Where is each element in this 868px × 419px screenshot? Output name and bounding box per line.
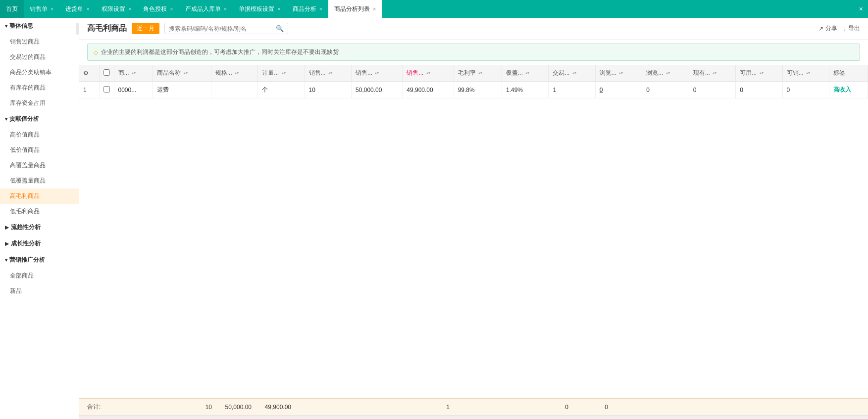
sort-saleable-icon[interactable]: ▴▾ xyxy=(806,71,810,75)
bottom-scrollbar[interactable] xyxy=(79,415,868,419)
sort-sales-profit-icon[interactable]: ▴▾ xyxy=(426,71,430,75)
sidebar-group-trend-analysis[interactable]: ▶ 流趋性分析 xyxy=(0,219,79,235)
sort-available-icon[interactable]: ▴▾ xyxy=(760,71,764,75)
sidebar-item-high-margin-goods[interactable]: 高毛利商品 xyxy=(0,188,79,204)
sort-coverage-icon[interactable]: ▴▾ xyxy=(525,71,529,75)
sort-sales-qty-icon[interactable]: ▴▾ xyxy=(328,71,332,75)
cell-unit: 个 xyxy=(258,82,305,98)
sidebar-item-stock-fund[interactable]: 库存资金占用 xyxy=(0,95,79,111)
sidebar-item-high-freq-goods[interactable]: 高覆盖量商品 xyxy=(0,158,79,173)
nav-tab-order-template[interactable]: 单据模板设置 × xyxy=(233,0,286,18)
row-checkbox[interactable] xyxy=(103,86,110,93)
col-tag[interactable]: 标签 xyxy=(829,65,868,82)
col-unit[interactable]: 计量... ▴▾ xyxy=(258,65,305,82)
footer-label: 合计: xyxy=(87,403,107,411)
sidebar-item-low-value-goods[interactable]: 低价值商品 xyxy=(0,142,79,158)
sort-goods-code-icon[interactable]: ▴▾ xyxy=(132,71,136,75)
col-goods-name[interactable]: 商品名称 ▴▾ xyxy=(153,65,211,82)
sidebar-item-traded-goods[interactable]: 交易过的商品 xyxy=(0,49,79,65)
col-sales-profit[interactable]: 销售... ▴▾ xyxy=(403,65,454,82)
export-button[interactable]: ↓ 导出 xyxy=(843,24,860,33)
col-browse1[interactable]: 浏览... ▴▾ xyxy=(595,65,642,82)
col-row-num: ⚙ xyxy=(79,65,99,82)
cell-sales-amount: 50,000.00 xyxy=(352,82,403,98)
sidebar-group-growth-analysis[interactable]: ▶ 成长性分析 xyxy=(0,235,79,252)
sidebar-group-marketing-analysis[interactable]: ▾ 营销推广分析 xyxy=(0,252,79,268)
sidebar-item-low-margin-goods[interactable]: 低毛利商品 xyxy=(0,204,79,219)
search-icon[interactable]: 🔍 xyxy=(276,25,284,32)
nav-tab-sales-order[interactable]: 销售单 × xyxy=(24,0,59,18)
col-margin-rate[interactable]: 毛利率 ▴▾ xyxy=(454,65,502,82)
nav-tab-purchase-order[interactable]: 进货单 × xyxy=(59,0,95,18)
close-all-button[interactable]: × xyxy=(859,5,868,13)
close-purchase-order-icon[interactable]: × xyxy=(86,6,89,12)
sort-spec-icon[interactable]: ▴▾ xyxy=(235,71,239,75)
sidebar-item-high-value-goods[interactable]: 高价值商品 xyxy=(0,127,79,142)
cell-coverage: 1.49% xyxy=(502,82,548,98)
sort-browse1-icon[interactable]: ▴▾ xyxy=(619,71,623,75)
cell-browse1[interactable]: 0 xyxy=(595,82,642,98)
close-product-entry-icon[interactable]: × xyxy=(224,6,227,12)
sort-transaction-icon[interactable]: ▴▾ xyxy=(572,71,576,75)
col-saleable[interactable]: 可销... ▴▾ xyxy=(782,65,829,82)
close-order-template-icon[interactable]: × xyxy=(277,6,280,12)
nav-tab-role-permission[interactable]: 角色授权 × xyxy=(137,0,179,18)
col-sales-qty[interactable]: 销售... ▴▾ xyxy=(305,65,351,82)
sidebar-group-overall-info[interactable]: ▾ 整体信息 xyxy=(0,18,79,34)
sort-unit-icon[interactable]: ▴▾ xyxy=(282,71,286,75)
sidebar-item-in-stock-goods[interactable]: 有库存的商品 xyxy=(0,80,79,95)
close-permission-icon[interactable]: × xyxy=(128,6,131,12)
nav-tab-permission-settings[interactable]: 权限设置 × xyxy=(96,0,137,18)
nav-tab-product-analysis[interactable]: 商品分析 × xyxy=(287,0,328,18)
sidebar-item-all-goods[interactable]: 全部商品 xyxy=(0,268,79,283)
footer-cell-spacer2 xyxy=(454,404,533,411)
sidebar-group-financial-analysis[interactable]: ▾ 贡献值分析 xyxy=(0,111,79,127)
sidebar-item-sales-goods[interactable]: 销售过商品 xyxy=(0,34,79,49)
nav-tab-product-analysis-list[interactable]: 商品分析列表 × xyxy=(328,0,382,18)
cell-row-num: 1 xyxy=(79,82,99,98)
settings-col-icon[interactable]: ⚙ xyxy=(83,70,89,77)
sidebar-item-goods-contrib-rate[interactable]: 商品分类助销率 xyxy=(0,65,79,80)
col-available[interactable]: 可用... ▴▾ xyxy=(736,65,782,82)
cell-browse2: 0 xyxy=(642,82,689,98)
top-nav: 首页 销售单 × 进货单 × 权限设置 × 角色授权 × 产成品入库单 × 单据… xyxy=(0,0,868,18)
close-product-analysis-list-icon[interactable]: × xyxy=(373,6,376,12)
cell-tag: 高收入 xyxy=(829,82,868,98)
cell-goods-code[interactable]: 0000... xyxy=(114,82,153,98)
col-spec[interactable]: 规格... ▴▾ xyxy=(211,65,257,82)
col-goods-code[interactable]: 商... ▴▾ xyxy=(114,65,153,82)
select-all-checkbox[interactable] xyxy=(103,69,110,76)
col-coverage[interactable]: 覆盖... ▴▾ xyxy=(502,65,548,82)
footer-cell-current-stock: 0 xyxy=(533,404,572,411)
sort-current-stock-icon[interactable]: ▴▾ xyxy=(713,71,716,75)
sort-browse2-icon[interactable]: ▴▾ xyxy=(666,71,670,75)
sort-goods-name-icon[interactable]: ▴▾ xyxy=(184,71,188,75)
footer-cell-sales-qty: 10 xyxy=(117,404,216,411)
sidebar-item-new-goods[interactable]: 新品 xyxy=(0,283,79,299)
footer-cell-saleable: 0 xyxy=(572,404,612,411)
cell-current-stock: 0 xyxy=(689,82,735,98)
sort-sales-amount-icon[interactable]: ▴▾ xyxy=(375,71,379,75)
nav-tab-home[interactable]: 首页 xyxy=(0,0,24,18)
arrow-marketing-analysis-icon: ▾ xyxy=(5,257,7,263)
nav-tab-product-entry[interactable]: 产成品入库单 × xyxy=(179,0,233,18)
col-sales-amount[interactable]: 销售... ▴▾ xyxy=(352,65,403,82)
filter-recent-month-button[interactable]: 近一月 xyxy=(132,23,159,34)
sidebar-collapse-button[interactable]: 《 xyxy=(76,23,79,35)
close-sales-order-icon[interactable]: × xyxy=(51,6,53,12)
arrow-financial-analysis-icon: ▾ xyxy=(5,116,7,122)
header-actions: ↗ 分享 ↓ 导出 xyxy=(818,24,860,33)
cell-checkbox xyxy=(99,82,114,98)
sidebar-item-low-freq-goods[interactable]: 低覆盖量商品 xyxy=(0,173,79,188)
search-input[interactable] xyxy=(169,25,276,32)
close-product-analysis-icon[interactable]: × xyxy=(319,6,322,12)
share-button[interactable]: ↗ 分享 xyxy=(818,24,837,33)
col-transaction[interactable]: 交易... ▴▾ xyxy=(549,65,595,82)
col-browse2[interactable]: 浏览... ▴▾ xyxy=(642,65,689,82)
sidebar: 《 ▾ 整体信息 销售过商品 交易过的商品 商品分类助销率 有库存的商品 库存资… xyxy=(0,18,79,419)
col-current-stock[interactable]: 现有... ▴▾ xyxy=(689,65,735,82)
footer-total: 合计: 10 50,000.00 49,900.00 1 0 0 xyxy=(79,398,868,415)
export-icon: ↓ xyxy=(843,25,846,32)
sort-margin-rate-icon[interactable]: ▴▾ xyxy=(478,71,482,75)
close-role-icon[interactable]: × xyxy=(170,6,173,12)
